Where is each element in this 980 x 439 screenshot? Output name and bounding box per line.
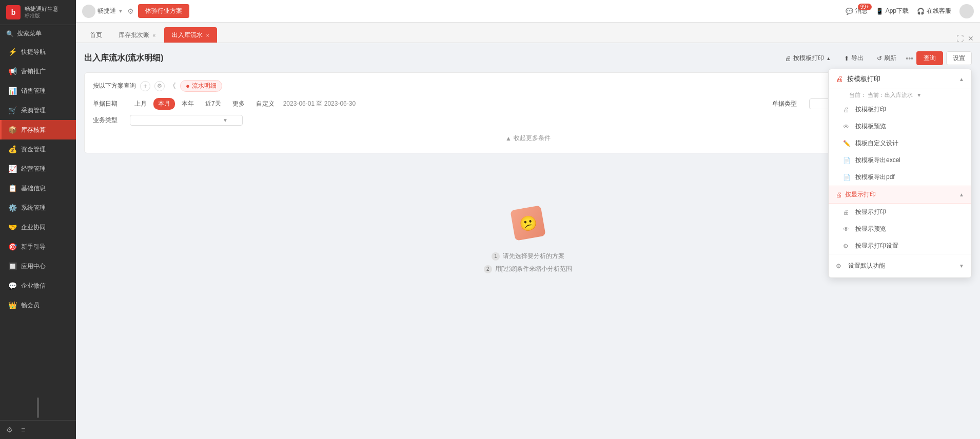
dropdown-item-template-design[interactable]: ✏️ 模板自定义设计: [829, 135, 971, 152]
date-btn-more[interactable]: 更多: [228, 98, 249, 110]
tab-in-out-flow-close[interactable]: ×: [206, 32, 209, 38]
collapse-icon[interactable]: ≡: [21, 426, 25, 434]
refresh-btn[interactable]: ↺ 刷新: [873, 52, 900, 65]
user-info: 畅捷通 ▼: [82, 5, 123, 18]
item-excel-icon-1: 📄: [843, 157, 851, 164]
apps-icon: 🔲: [8, 262, 17, 271]
date-btn-7days[interactable]: 近7天: [201, 98, 226, 110]
collab-icon: 🤝: [8, 223, 17, 232]
sidebar-item-label: 应用中心: [21, 262, 46, 271]
tab-inventory-batch-close[interactable]: ×: [152, 32, 155, 38]
sidebar-item-purchase[interactable]: 🛒 采购管理: [0, 101, 76, 120]
dropdown-footer-item[interactable]: ⚙ 设置默认功能 ▼: [836, 258, 964, 273]
tab-in-out-flow[interactable]: 出入库流水 ×: [164, 27, 217, 43]
sidebar-item-label: 销售管理: [21, 87, 46, 95]
more-dots-icon[interactable]: •••: [906, 54, 913, 63]
footer-settings-icon: ⚙: [836, 263, 844, 270]
account-avatar[interactable]: [959, 4, 974, 18]
sidebar-item-inventory[interactable]: 📦 库存核算: [0, 120, 76, 139]
app-download-label: App下载: [886, 7, 909, 15]
inventory-icon: 📦: [8, 125, 17, 134]
item-template-preview-label: 按模板预览: [855, 122, 886, 131]
sidebar-item-label: 资金管理: [21, 145, 46, 154]
message-icon: 💬: [846, 8, 853, 15]
dropdown-template-header[interactable]: 🖨 按模板打印 ▲: [829, 69, 971, 89]
date-options-group: 上月 本月 本年 近7天 更多 自定义 2023-06-01 至 2023-06…: [130, 98, 356, 110]
sidebar-item-basic[interactable]: 📋 基础信息: [0, 178, 76, 198]
current-chevron-icon: ▼: [916, 92, 922, 98]
template-print-btn[interactable]: 🖨 按模板打印 ▲: [781, 52, 835, 65]
filter-add-btn[interactable]: +: [140, 81, 150, 91]
sidebar-item-wechat[interactable]: 💬 企业微信: [0, 276, 76, 295]
dropdown-display-header[interactable]: 🖨 按显示打印 ▲: [829, 186, 971, 204]
close-tab-icon[interactable]: ✕: [968, 34, 974, 43]
page-title: 出入库流水(流水明细): [84, 53, 164, 64]
sidebar-item-label: 基础信息: [21, 184, 46, 193]
dropdown-item-display-preview[interactable]: 👁 按显示预览: [829, 221, 971, 237]
app-download-btn[interactable]: 📱 App下载: [876, 7, 909, 15]
sidebar-item-quicknav[interactable]: ⚡ 快捷导航: [0, 42, 76, 62]
date-btn-custom[interactable]: 自定义: [251, 98, 279, 110]
sidebar-item-finance[interactable]: 💰 资金管理: [0, 139, 76, 159]
export-btn[interactable]: ⬆ 导出: [840, 52, 868, 65]
sidebar-item-sales[interactable]: 📊 销售管理: [0, 81, 76, 101]
sidebar-item-apps[interactable]: 🔲 应用中心: [0, 256, 76, 276]
sidebar-item-system[interactable]: ⚙️ 系统管理: [0, 198, 76, 217]
date-btn-last-month[interactable]: 上月: [130, 98, 151, 110]
sidebar-item-collab[interactable]: 🤝 企业协同: [0, 217, 76, 237]
sidebar-item-label: 经营管理: [21, 165, 46, 173]
filter-collapse-btn[interactable]: 《: [169, 82, 176, 91]
sidebar-item-guide[interactable]: 🎯 新手引导: [0, 237, 76, 256]
date-btn-this-month[interactable]: 本月: [153, 98, 175, 110]
sidebar-item-marketing[interactable]: 📢 营销推广: [0, 62, 76, 81]
basic-icon: 📋: [8, 184, 17, 193]
quicknav-icon: ⚡: [8, 47, 17, 56]
display-header-icon: 🖨: [836, 191, 842, 198]
export-icon: ⬆: [844, 55, 849, 62]
topbar: 畅捷通 ▼ ⚙ 体验行业方案 💬 消息 99+ 📱 App下载 🎧 在线客服: [76, 0, 980, 23]
sidebar-search[interactable]: 🔍 搜索菜单: [0, 25, 76, 42]
message-btn[interactable]: 💬 消息 99+: [846, 7, 868, 15]
tabbar-expand: ⛶ ✕: [956, 34, 974, 43]
settings-icon[interactable]: ⚙: [6, 426, 13, 434]
item-template-print-label: 按模板打印: [855, 105, 886, 114]
query-btn[interactable]: 查询: [916, 51, 943, 65]
item-design-icon: ✏️: [843, 140, 851, 147]
system-icon: ⚙️: [8, 203, 17, 212]
filter-setting-btn[interactable]: ⚙: [154, 81, 165, 91]
user-dropdown-icon[interactable]: ▼: [118, 8, 123, 14]
empty-hint-1: 1 请先选择要分析的方案: [492, 252, 564, 261]
tab-inventory-batch[interactable]: 库存批次账 ×: [111, 27, 163, 43]
dropdown-item-template-pdf[interactable]: 📄 按模板导出pdf: [829, 169, 971, 186]
empty-icon-face: 😕: [518, 213, 538, 233]
dropdown-item-template-excel[interactable]: 📄 按模板导出excel: [829, 152, 971, 169]
online-service-btn[interactable]: 🎧 在线客服: [917, 7, 951, 15]
dropdown-scrollable: 🖨 按模板打印 ▲ 当前： 当前：出入库流水 ▼ 🖨 按模板打印 👁 按模板预览: [829, 69, 971, 254]
topbar-gear-icon[interactable]: ⚙: [127, 7, 134, 15]
sidebar-item-vip[interactable]: 👑 畅会员: [0, 295, 76, 315]
sidebar-item-operation[interactable]: 📈 经营管理: [0, 159, 76, 178]
date-btn-this-year[interactable]: 本年: [177, 98, 199, 110]
item-template-design-label: 模板自定义设计: [855, 139, 898, 148]
tag-icon: ●: [186, 82, 190, 90]
dropdown-item-template-print[interactable]: 🖨 按模板打印: [829, 101, 971, 118]
footer-chevron-icon: ▼: [959, 263, 964, 269]
tab-home[interactable]: 首页: [82, 27, 110, 43]
topbar-right: 💬 消息 99+ 📱 App下载 🎧 在线客服: [846, 4, 974, 18]
filter-tag: ● 流水明细: [180, 80, 222, 92]
display-chevron-icon: ▲: [959, 192, 964, 197]
maximize-icon[interactable]: ⛶: [956, 34, 964, 43]
voucher-type-label: 单据类型: [772, 99, 801, 108]
tabbar: 首页 库存批次账 × 出入库流水 × ⛶ ✕: [76, 23, 980, 43]
sidebar-item-label: 企业微信: [21, 282, 46, 290]
dropdown-item-template-preview[interactable]: 👁 按模板预览: [829, 118, 971, 135]
content-area: 出入库流水(流水明细) 🖨 按模板打印 ▲ ⬆ 导出 ↺ 刷新 ••• 查询: [76, 43, 980, 439]
app-name: 畅捷通好生意: [25, 5, 58, 12]
printer-header-icon: 🖨: [836, 75, 843, 83]
settings-btn[interactable]: 设置: [946, 51, 972, 65]
dropdown-item-display-settings[interactable]: ⚙ 按显示打印设置: [829, 237, 971, 254]
sidebar-item-label: 采购管理: [21, 106, 46, 115]
business-type-select[interactable]: ▼: [130, 115, 243, 126]
dropdown-item-display-print[interactable]: 🖨 按显示打印: [829, 204, 971, 221]
trial-btn[interactable]: 体验行业方案: [138, 4, 189, 18]
